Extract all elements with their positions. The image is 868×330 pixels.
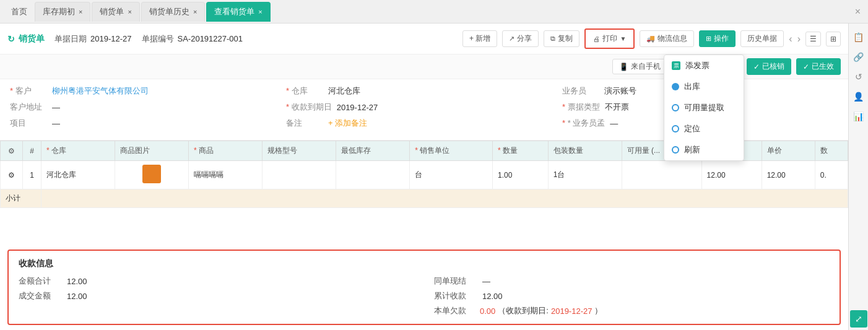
view-mode-list[interactable]: ☰ — [805, 32, 821, 46]
new-button[interactable]: + 新增 — [462, 30, 497, 47]
sold-label: 已核销 — [762, 61, 784, 72]
tab-bar: 首页 库存期初 × 销货单 × 销货单历史 × 查看销货单 × × — [0, 0, 868, 24]
row-quantity: 1.00 — [492, 161, 548, 189]
print-button[interactable]: 🖨 打印 ▼ — [587, 31, 632, 46]
col-price: 单价 — [762, 141, 815, 161]
dropdown-available-extract[interactable]: 可用量提取 — [664, 97, 744, 118]
nav-prev-icon[interactable]: ‹ — [789, 33, 792, 45]
payment-same-order-label: 同单现结 — [434, 276, 477, 287]
col-unit: 销售单位 — [410, 141, 493, 161]
sold-button[interactable]: ✓ 已核销 — [747, 58, 791, 75]
history-button[interactable]: 历史单据 — [740, 30, 784, 47]
dropdown-locate[interactable]: 定位 — [664, 118, 744, 139]
tab-sales-history[interactable]: 销货单历史 × — [141, 2, 205, 22]
payment-deal-value: 12.00 — [67, 292, 87, 301]
col-warehouse: 仓库 — [41, 141, 115, 161]
ticket-value: 不开票 — [605, 102, 629, 113]
logistics-button[interactable]: 🚚 物流信息 — [640, 30, 694, 47]
row-num: 1 — [23, 161, 41, 189]
project-group: 项目 — — [10, 118, 286, 129]
sidebar-icon-2[interactable]: 🔗 — [850, 48, 867, 66]
col-more: 数 — [815, 141, 848, 161]
window-close-button[interactable]: × — [853, 4, 863, 20]
tab-home-label: 首页 — [11, 6, 27, 17]
print-highlight-box: 🖨 打印 ▼ — [584, 28, 635, 49]
dropdown-outbound[interactable]: 出库 — [664, 76, 744, 97]
sidebar-icon-5[interactable]: 📊 — [850, 108, 867, 125]
dropdown-refresh[interactable]: 刷新 — [664, 139, 744, 160]
available-extract-icon — [672, 104, 679, 111]
payment-same-order-value: — — [482, 277, 490, 286]
due-date-value: 2019-12-27 — [337, 103, 378, 112]
sidebar-icon-4[interactable]: 👤 — [850, 88, 867, 105]
toolbar: + 新增 ↗ 分享 ⧉ 复制 🖨 打印 ▼ — [462, 28, 841, 49]
operation-button[interactable]: ⊞ 操作 — [699, 30, 736, 47]
print-dropdown-arrow[interactable]: ▼ — [620, 35, 626, 42]
copy-button[interactable]: ⧉ 复制 — [544, 30, 579, 47]
payment-total: 金额合计 12.00 — [19, 276, 414, 287]
sidebar-icon-expand[interactable]: ⤢ — [850, 310, 867, 328]
view-mode-grid[interactable]: ⊞ — [826, 32, 841, 46]
copy-label: 复制 — [558, 33, 573, 44]
address-group: 客户地址 — — [10, 102, 286, 113]
col-gear: ⚙ — [1, 141, 23, 161]
new-label: + 新增 — [469, 33, 490, 44]
subtotal-value-cell — [41, 189, 848, 208]
payment-total-label: 金额合计 — [19, 276, 62, 287]
subtotal-label-cell: 小计 — [1, 189, 41, 208]
project-label: 项目 — [10, 118, 47, 129]
col-num: # — [23, 141, 41, 161]
refresh-label: 刷新 — [684, 144, 700, 155]
tab-view-sales-label: 查看销货单 — [214, 6, 254, 17]
share-button[interactable]: ↗ 分享 — [502, 30, 539, 47]
payment-owe-value: 0.00 — [480, 306, 495, 316]
due-date-group: 收款到期日 2019-12-27 — [286, 102, 562, 113]
sidebar-icon-3[interactable]: ↺ — [850, 68, 867, 85]
dropdown-add-invoice[interactable]: 票 添发票 — [664, 55, 744, 76]
form-number-group: 单据编号 SA-20191227-001 — [142, 33, 243, 45]
from-phone-button[interactable]: 📱 来自手机 — [612, 59, 667, 74]
tab-view-sales-close[interactable]: × — [258, 8, 262, 15]
right-sidebar: 📋 🔗 ↺ 👤 📊 ⤢ — [848, 24, 868, 330]
tab-inventory-close[interactable]: × — [79, 8, 82, 15]
warehouse-label: 仓库 — [286, 85, 323, 97]
form-date-value: 2019-12-27 — [90, 34, 132, 43]
add-note-button[interactable]: + 添加备注 — [328, 118, 367, 129]
add-invoice-icon: 票 — [672, 61, 680, 70]
payment-owe-note: （收款到期日: — [498, 305, 549, 316]
add-invoice-label: 添发票 — [685, 60, 710, 71]
locate-label: 定位 — [684, 123, 700, 134]
effect-button[interactable]: ✓ 已生效 — [796, 58, 841, 75]
sales-icon: ↻ — [7, 34, 15, 44]
row-gear[interactable]: ⚙ — [1, 161, 23, 189]
row-price: 12.00 — [762, 161, 815, 189]
payment-title: 收款信息 — [19, 258, 830, 269]
effect-label: 已生效 — [812, 61, 834, 72]
project-value: — — [52, 119, 60, 128]
payment-cumulative: 累计收款 12.00 — [434, 290, 830, 302]
tab-home[interactable]: 首页 — [5, 2, 33, 22]
payment-same-order: 同单现结 — — [434, 276, 830, 287]
tab-sales[interactable]: 销货单 × — [92, 2, 139, 22]
form-title: ↻ 销货单 — [7, 33, 45, 45]
check-circle-icon: ✓ — [753, 63, 760, 71]
sidebar-icon-1[interactable]: 📋 — [850, 28, 867, 46]
row-stock: 12.00 — [701, 161, 762, 189]
payment-owe-group: 本单欠款 0.00 （收款到期日: 2019-12-27 ） — [434, 305, 830, 316]
outbound-icon — [672, 83, 679, 90]
col-pack-qty: 包装数量 — [548, 141, 622, 161]
col-product: 商品 — [189, 141, 263, 161]
note-group: 备注 + 添加备注 — [286, 118, 562, 129]
customer-label: 客户 — [10, 85, 47, 97]
col-min-stock: 最低库存 — [336, 141, 410, 161]
warehouse-group: 仓库 河北仓库 — [286, 85, 562, 97]
refresh-icon — [672, 146, 679, 154]
address-value: — — [52, 103, 60, 112]
customer-value[interactable]: 柳州粤港平安气体有限公司 — [52, 85, 149, 97]
tab-sales-close[interactable]: × — [128, 8, 131, 15]
tab-view-sales[interactable]: 查看销货单 × — [206, 2, 270, 22]
tab-inventory[interactable]: 库存期初 × — [35, 2, 90, 22]
tab-sales-history-close[interactable]: × — [193, 8, 197, 15]
nav-next-icon[interactable]: › — [797, 33, 801, 45]
payment-grid: 金额合计 12.00 同单现结 — 成交金额 12.00 累计收款 12.00 … — [19, 276, 830, 316]
